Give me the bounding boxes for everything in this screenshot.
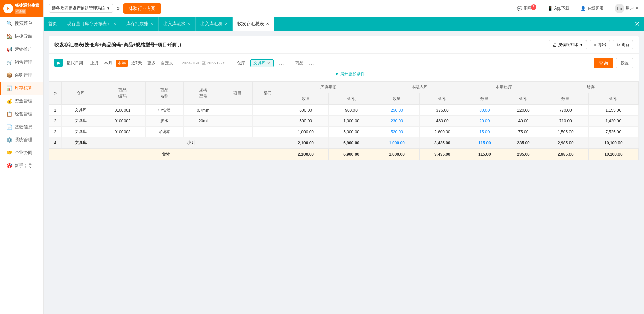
search-icon: 🔍 — [6, 21, 12, 26]
tab-close-icon[interactable]: ✕ — [150, 22, 153, 26]
row-in-amt: 2,600.00 — [419, 127, 465, 137]
total-open-amt: 6,900.00 — [329, 148, 374, 160]
row-project — [222, 127, 253, 137]
date-more-btn[interactable]: 更多 — [145, 60, 158, 67]
row-warehouse: 文具库 — [62, 127, 100, 137]
tab-close-icon[interactable]: ✕ — [225, 22, 228, 26]
export-button[interactable]: ⬆ 导出 — [590, 40, 610, 49]
online-service-button[interactable]: 👤 在线客服 — [581, 5, 604, 11]
operation-icon: 📋 — [6, 111, 12, 117]
row-out-qty[interactable]: 15.00 — [465, 127, 504, 137]
row-out-amt: 40.00 — [504, 116, 543, 127]
total-bal-amt: 10,100.00 — [588, 148, 638, 160]
subtotal-in-qty[interactable]: 1,000.00 — [374, 137, 420, 149]
sidebar-item-collab[interactable]: 🤝 企业协同 — [0, 146, 43, 159]
user-menu-button[interactable]: Ea 用户 ▼ — [615, 4, 639, 13]
sidebar-item-finance[interactable]: 💰 资金管理 — [0, 95, 43, 108]
row-name: 采访本 — [145, 127, 184, 137]
top-header: 装备及固定资产辅助管理系统 ▼ ⚙ 体验行业方案 💬 消息 6 📱 App下载 … — [44, 0, 644, 17]
date-custom-btn[interactable]: 自定义 — [159, 60, 175, 67]
sidebar-item-quick[interactable]: 🏠 快捷导航 — [0, 30, 43, 43]
row-out-amt: 120.00 — [504, 105, 543, 116]
message-icon: 💬 — [517, 6, 522, 11]
dropdown-chevron-icon: ▼ — [106, 6, 110, 10]
header-divider-3 — [609, 5, 609, 12]
row-project — [222, 116, 253, 127]
page-title-bar: 收发存汇总表(按仓库+商品编码+商品+规格型号+项目+部门) 🖨 按模板打印 ▼… — [49, 36, 639, 54]
export-icon: ⬆ — [593, 43, 597, 47]
query-button[interactable]: 查询 — [594, 58, 613, 68]
app-download-button[interactable]: 📱 App下载 — [548, 5, 569, 11]
col-spec-header: 规格型号 — [184, 82, 222, 105]
sidebar-item-inventory[interactable]: 📊 库存核算 — [0, 82, 43, 95]
messages-button[interactable]: 💬 消息 6 — [517, 5, 536, 11]
tab-home[interactable]: 首页 — [44, 17, 62, 31]
date-this-month-btn[interactable]: 本月 — [102, 60, 114, 67]
subtotal-open-amt: 6,900.00 — [329, 137, 374, 149]
date-this-year-btn[interactable]: 本年 — [116, 60, 128, 67]
refresh-button[interactable]: ↻ 刷新 — [613, 40, 633, 49]
row-warehouse: 文具库 — [62, 105, 100, 116]
sidebar-item-guide[interactable]: 🎯 新手引导 — [0, 159, 43, 172]
tab-inout-flow[interactable]: 出入库流水 ✕ — [159, 17, 196, 31]
col-settings-header[interactable]: ⚙ — [49, 82, 62, 105]
cart-icon: 🛒 — [6, 60, 12, 65]
total-out-qty: 115.00 — [465, 148, 504, 160]
goods-more-button[interactable]: ... — [309, 61, 314, 66]
tab-inventory-distribution[interactable]: 现存量（库存分布表） ✕ — [62, 17, 121, 31]
subtotal-bal-qty: 2,985.00 — [543, 137, 588, 149]
header-divider-1 — [542, 5, 542, 12]
sidebar-item-basic[interactable]: 📄 基础信息 — [0, 120, 43, 133]
date-7days-btn[interactable]: 近7天 — [129, 60, 144, 67]
settings-gear-button[interactable]: ⚙ — [116, 6, 120, 11]
sidebar-item-operation[interactable]: 📋 经营管理 — [0, 108, 43, 120]
row-out-qty[interactable]: 20.00 — [465, 116, 504, 127]
service-icon: 👤 — [581, 6, 586, 11]
warehouse-filter-label: 仓库 — [237, 60, 245, 66]
tab-close-icon[interactable]: ✕ — [187, 22, 191, 26]
warehouse-remove-icon[interactable]: ✕ — [267, 61, 270, 66]
warehouse-more-button[interactable]: ... — [279, 61, 284, 66]
date-last-month-btn[interactable]: 上月 — [88, 60, 101, 67]
print-button[interactable]: 🖨 按模板打印 ▼ — [549, 40, 587, 49]
phone-icon: 📱 — [548, 6, 553, 11]
sidebar-item-purchase[interactable]: 📦 采购管理 — [0, 69, 43, 82]
sidebar-item-marketing[interactable]: 📢 营销推广 — [0, 43, 43, 56]
expand-conditions-button[interactable]: ▼ 展开更多条件 — [335, 71, 365, 77]
warehouse-value: 文具库 — [253, 60, 266, 66]
total-label: 合计 — [49, 148, 283, 160]
subtotal-out-qty[interactable]: 115.00 — [465, 137, 504, 149]
row-in-qty[interactable]: 520.00 — [374, 127, 420, 137]
tab-batch-account[interactable]: 库存批次账 ✕ — [121, 17, 159, 31]
row-bal-qty: 1,505.00 — [543, 127, 588, 137]
trial-button[interactable]: 体验行业方案 — [123, 3, 161, 14]
tab-bar-close-button[interactable]: ✕ — [630, 21, 644, 27]
tab-inout-summary[interactable]: 出入库汇总 ✕ — [196, 17, 233, 31]
row-in-qty[interactable]: 250.00 — [374, 105, 420, 116]
sidebar-item-search[interactable]: 🔍 搜索菜单 — [0, 17, 43, 30]
filter-arrow-icon: ▶ — [57, 60, 61, 65]
sidebar-item-system[interactable]: ⚙️ 系统管理 — [0, 133, 43, 146]
col-open-qty-header: 数量 — [283, 93, 329, 105]
row-out-qty[interactable]: 80.00 — [465, 105, 504, 116]
row-in-qty[interactable]: 230.00 — [374, 116, 420, 127]
row-project — [222, 105, 253, 116]
filter-setting-button[interactable]: 设置 — [616, 58, 633, 68]
table-container: ⚙ 仓库 商品编码 商品名称 规格型号 项目 部门 库存期初 本期入库 本期出库… — [49, 81, 639, 160]
sidebar-item-sales[interactable]: 🛒 销售管理 — [0, 56, 43, 69]
system-icon: ⚙️ — [6, 137, 12, 143]
logo-text: 畅捷通好生意 — [15, 3, 39, 9]
tab-receipt-summary[interactable]: 收发存汇总表 ✕ — [233, 17, 274, 31]
row-in-amt: 460.00 — [419, 116, 465, 127]
row-no: 2 — [49, 116, 62, 127]
system-title-dropdown[interactable]: 装备及固定资产辅助管理系统 ▼ — [49, 4, 113, 13]
col-in-header: 本期入库 — [374, 82, 465, 93]
tab-close-icon[interactable]: ✕ — [113, 22, 116, 26]
row-bal-qty: 770.00 — [543, 105, 588, 116]
subtotal-in-amt: 3,435.00 — [419, 137, 465, 149]
subtotal-label: 小计 — [100, 137, 283, 149]
total-in-qty: 1,000.00 — [374, 148, 420, 160]
tab-close-active-icon[interactable]: ✕ — [266, 22, 269, 26]
filter-toggle-button[interactable]: ▶ — [54, 59, 63, 67]
total-row: 合计 2,100.00 6,900.00 1,000.00 3,435.00 1… — [49, 148, 639, 160]
